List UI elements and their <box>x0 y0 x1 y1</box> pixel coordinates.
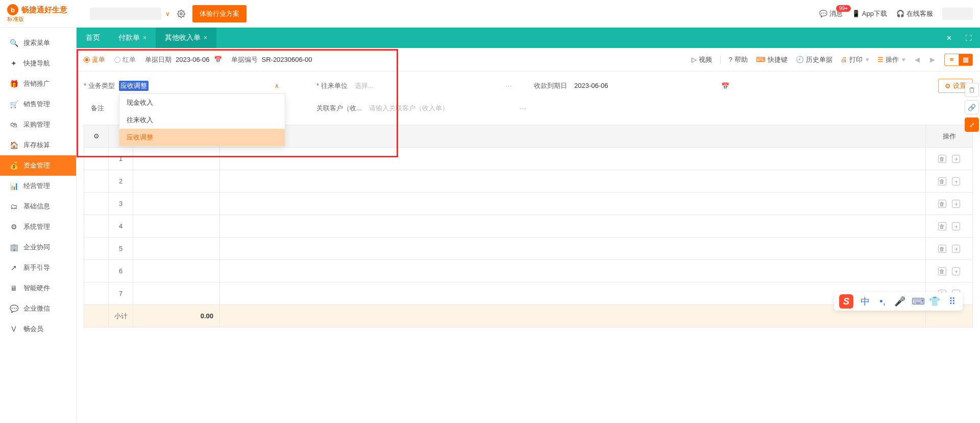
biz-type-option-0[interactable]: 现金收入 <box>119 94 285 111</box>
delete-row-icon[interactable]: 🗑 <box>938 222 946 230</box>
tab-1[interactable]: 付款单× <box>109 28 156 48</box>
sidebar-item-4[interactable]: 🛍采购管理 <box>0 114 76 135</box>
table-config-header[interactable]: ⚙ <box>84 125 109 148</box>
biz-type-label: 业务类型 <box>84 81 115 90</box>
row-amount-cell[interactable] <box>133 193 220 215</box>
view-list-button[interactable]: ≡ <box>944 54 959 66</box>
calendar-icon[interactable]: 📅 <box>214 56 222 63</box>
delete-row-icon[interactable]: 🗑 <box>938 177 946 185</box>
messages-link[interactable]: 💬 消息 99+ <box>819 9 843 18</box>
add-row-icon[interactable]: ＋ <box>952 200 960 208</box>
row-amount-cell[interactable] <box>133 148 220 170</box>
rail-note-icon[interactable]: 🗒 <box>965 83 979 97</box>
add-row-icon[interactable]: ＋ <box>952 267 960 275</box>
shortcut-link[interactable]: ⌨快捷键 <box>756 55 788 64</box>
radio-blue-doc[interactable]: 蓝单 <box>84 55 105 64</box>
sidebar-item-1[interactable]: ✦快捷导航 <box>0 53 76 74</box>
table-row[interactable]: 5 🗑 ＋ <box>84 238 973 260</box>
gear-icon[interactable] <box>177 10 185 18</box>
sidebar-item-3[interactable]: 🛒销售管理 <box>0 94 76 114</box>
tab-expand-icon[interactable]: ⛶ <box>962 31 975 44</box>
user-avatar[interactable] <box>942 8 973 20</box>
help-link[interactable]: ?帮助 <box>729 55 748 64</box>
video-label: 视频 <box>699 55 712 64</box>
due-date-input[interactable]: 2023-06-06 📅 <box>571 78 734 93</box>
sidebar-item-2[interactable]: 🎁营销推广 <box>0 74 76 94</box>
view-form-button[interactable]: ▦ <box>959 54 973 66</box>
more-icon[interactable]: ⋯ <box>505 82 515 90</box>
add-row-icon[interactable]: ＋ <box>952 245 960 253</box>
tab-2[interactable]: 其他收入单× <box>156 28 216 48</box>
org-selector[interactable]: ∨ <box>90 8 170 20</box>
tab-0[interactable]: 首页 <box>77 28 109 48</box>
ime-menu-icon[interactable]: ⠿ <box>946 296 958 307</box>
sidebar-item-8[interactable]: 🗂基础信息 <box>0 196 76 217</box>
sidebar-item-7[interactable]: 📊经营管理 <box>0 176 76 196</box>
doc-date-value[interactable]: 2023-06-06 <box>176 56 210 63</box>
table-row[interactable]: 2 🗑 ＋ <box>84 170 973 193</box>
close-icon[interactable]: × <box>143 34 146 41</box>
prev-doc-button[interactable]: ◀ <box>914 56 921 63</box>
ime-keyboard-icon[interactable]: ⌨ <box>912 296 923 307</box>
sidebar-item-0[interactable]: 🔍搜索菜单 <box>0 33 76 53</box>
sidebar-item-6[interactable]: 💰资金管理 <box>0 155 76 176</box>
history-link[interactable]: 🕘历史单据 <box>796 55 832 64</box>
online-service-link[interactable]: 🎧 在线客服 <box>896 9 933 18</box>
biz-type-option-1[interactable]: 往来收入 <box>119 111 285 129</box>
sidebar-item-13[interactable]: 💬企业微信 <box>0 298 76 319</box>
rail-attach-icon[interactable]: 🔗 <box>965 100 979 114</box>
trial-industry-button[interactable]: 体验行业方案 <box>192 5 247 22</box>
biz-type-option-2[interactable]: 应收调整 <box>119 129 285 146</box>
row-amount-cell[interactable] <box>133 260 220 283</box>
assoc-customer-input[interactable]: 请输入关联客户（收入单） ⋯ <box>366 101 529 116</box>
row-amount-cell[interactable] <box>133 238 220 260</box>
brand-name: 畅捷通好生意 <box>21 5 67 15</box>
delete-row-icon[interactable]: 🗑 <box>938 155 946 163</box>
system-icon: ⚙ <box>9 222 18 231</box>
calendar-icon[interactable]: 📅 <box>721 82 729 90</box>
ime-punct-icon[interactable]: •, <box>877 296 888 307</box>
sidebar-item-11[interactable]: ↗新手引导 <box>0 257 76 278</box>
sidebar-item-10[interactable]: 🏢企业协同 <box>0 237 76 257</box>
delete-row-icon[interactable]: 🗑 <box>938 267 946 275</box>
table-row[interactable]: 4 🗑 ＋ <box>84 215 973 238</box>
table-row[interactable]: 1 🗑 ＋ <box>84 148 973 170</box>
radio-red-doc[interactable]: 红单 <box>114 55 136 64</box>
video-link[interactable]: ▷视频 <box>692 55 712 64</box>
more-icon[interactable]: ⋯ <box>520 105 529 112</box>
next-doc-button[interactable]: ▶ <box>929 56 936 63</box>
delete-row-icon[interactable]: 🗑 <box>938 245 946 253</box>
add-row-icon[interactable]: ＋ <box>952 155 960 163</box>
row-index-cell: 6 <box>109 260 133 283</box>
sidebar-item-5[interactable]: 🏠库存核算 <box>0 135 76 155</box>
sidebar-item-9[interactable]: ⚙系统管理 <box>0 217 76 237</box>
ime-skin-icon[interactable]: 👕 <box>929 296 940 307</box>
biz-type-value: 应收调整 <box>119 81 149 91</box>
sidebar-item-12[interactable]: 🖥智能硬件 <box>0 278 76 298</box>
ime-mic-icon[interactable]: 🎤 <box>894 296 905 307</box>
biz-type-select[interactable]: 应收调整 ∧ 现金收入往来收入应收调整 <box>119 78 282 93</box>
rail-expand-icon[interactable]: ⤢ <box>965 118 979 132</box>
counterparty-input[interactable]: 选择... ⋯ <box>352 78 515 93</box>
row-amount-cell[interactable] <box>133 170 220 193</box>
bag-icon: 🛍 <box>9 120 18 129</box>
add-row-icon[interactable]: ＋ <box>952 177 960 185</box>
table-row[interactable]: 3 🗑 ＋ <box>84 193 973 215</box>
radio-dot-icon <box>84 57 90 63</box>
operate-link[interactable]: ☰操作▾ <box>877 55 905 64</box>
table-row[interactable]: 6 🗑 ＋ <box>84 260 973 283</box>
row-amount-cell[interactable] <box>133 283 220 305</box>
app-download-link[interactable]: 📱 App下载 <box>852 9 887 18</box>
row-amount-cell[interactable] <box>133 215 220 238</box>
print-link[interactable]: 🖨打印▾ <box>841 55 869 64</box>
sidebar-item-14[interactable]: V畅会员 <box>0 319 76 339</box>
delete-row-icon[interactable]: 🗑 <box>938 200 946 208</box>
doc-number-value: SR-20230606-00 <box>262 56 312 63</box>
app-download-label: App下载 <box>862 9 887 18</box>
ime-mode-label[interactable]: 中 <box>860 295 871 308</box>
brand-logo: b 畅捷通好生意 标准版 <box>7 4 67 23</box>
add-row-icon[interactable]: ＋ <box>952 222 960 230</box>
ime-toolbar[interactable]: S 中 •, 🎤 ⌨ 👕 ⠿ <box>834 292 963 311</box>
tab-close-icon[interactable]: ✕ <box>942 31 955 44</box>
close-icon[interactable]: × <box>204 34 207 41</box>
